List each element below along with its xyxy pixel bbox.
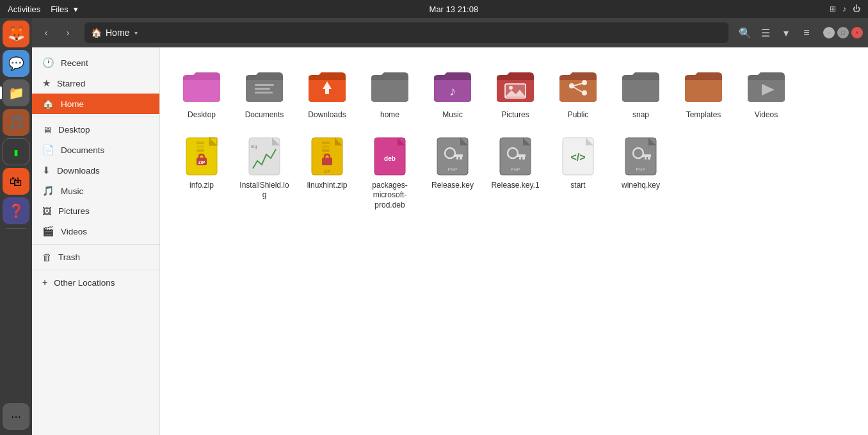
svg-rect-59 xyxy=(645,157,647,160)
location-dropdown-arrow[interactable]: ▾ xyxy=(134,29,138,37)
file-item-release-key-1[interactable]: PGP Release.key.1 xyxy=(486,131,544,216)
file-label-release-key: Release.key xyxy=(431,181,474,191)
file-item-linuxhint-zip[interactable]: ZIP linuxhint.zip xyxy=(298,131,356,216)
file-view: Desktop xyxy=(160,47,868,435)
desktop-folder-icon xyxy=(181,65,222,106)
file-label-templates: Templates xyxy=(686,110,721,120)
maximize-button[interactable]: □ xyxy=(837,27,849,38)
file-label-documents: Documents xyxy=(245,110,284,120)
svg-rect-41 xyxy=(460,157,462,160)
files-menu-arrow[interactable]: ▾ xyxy=(74,4,78,14)
file-label-release-key-1: Release.key.1 xyxy=(491,181,539,191)
system-bar-left: Activities Files ▾ xyxy=(8,4,78,14)
videos-folder-icon xyxy=(746,65,787,106)
sidebar-item-music[interactable]: 🎵 Music xyxy=(32,181,159,201)
downloads-icon: ⬇ xyxy=(42,165,51,176)
sidebar-item-desktop[interactable]: 🖥 Desktop xyxy=(32,120,159,140)
sidebar-item-trash[interactable]: 🗑 Trash xyxy=(32,247,159,267)
file-item-desktop[interactable]: Desktop xyxy=(173,60,230,126)
sidebar-item-other-locations[interactable]: + Other Locations xyxy=(32,273,159,292)
sidebar-item-downloads[interactable]: ⬇ Downloads xyxy=(32,160,159,181)
file-item-packages-deb[interactable]: deb packages-microsoft-prod.deb xyxy=(361,131,419,216)
location-bar[interactable]: 🏠 Home ▾ xyxy=(84,22,728,43)
svg-rect-40 xyxy=(454,154,463,157)
file-label-pictures: Pictures xyxy=(501,110,529,120)
file-item-release-key[interactable]: PGP Release.key xyxy=(424,131,481,216)
svg-rect-58 xyxy=(648,157,650,160)
file-item-info-zip[interactable]: ZIP info.zip xyxy=(173,131,230,216)
dock-item-messages[interactable]: 💬 xyxy=(3,50,29,77)
dock-item-files[interactable]: 📁 xyxy=(3,79,29,106)
svg-rect-48 xyxy=(522,157,525,160)
sidebar-label-videos: Videos xyxy=(61,227,87,236)
dock-item-music[interactable]: 🎵 xyxy=(3,109,29,136)
sidebar-item-pictures[interactable]: 🖼 Pictures xyxy=(32,201,159,221)
sidebar-item-videos[interactable]: 🎬 Videos xyxy=(32,221,159,242)
start-xml-icon: </> xyxy=(558,136,599,177)
home-icon: 🏠 xyxy=(91,28,102,38)
svg-rect-28 xyxy=(322,142,330,144)
file-item-winehq-key[interactable]: PGP winehq.key xyxy=(612,131,670,216)
file-item-public[interactable]: Public xyxy=(549,60,607,126)
svg-text:ZIP: ZIP xyxy=(198,160,205,165)
file-item-start-xml[interactable]: </> start xyxy=(549,131,607,216)
packages-deb-icon: deb xyxy=(369,136,410,177)
file-grid: Desktop xyxy=(173,60,855,215)
back-button[interactable]: ‹ xyxy=(37,24,55,42)
view-options-button[interactable]: ▾ xyxy=(777,24,795,42)
title-bar-actions: 🔍 ☰ ▾ ≡ xyxy=(736,24,816,42)
file-item-downloads[interactable]: Downloads xyxy=(298,60,356,126)
file-item-snap[interactable]: snap xyxy=(612,60,670,126)
svg-text:deb: deb xyxy=(384,155,396,162)
file-item-home[interactable]: home xyxy=(361,60,419,126)
sidebar-item-starred[interactable]: ★ Starred xyxy=(32,73,159,94)
pictures-icon: 🖼 xyxy=(42,206,52,217)
file-item-pictures[interactable]: Pictures xyxy=(486,60,544,126)
dock-item-firefox[interactable]: 🦊 xyxy=(3,21,29,47)
files-menu-label[interactable]: Files xyxy=(51,4,68,14)
dock-item-appstore[interactable]: 🛍 xyxy=(3,168,29,195)
svg-point-10 xyxy=(582,90,587,95)
minimize-button[interactable]: – xyxy=(823,27,835,38)
music-icon: 🎵 xyxy=(42,185,54,197)
power-icon: ⏻ xyxy=(853,4,860,13)
file-label-packages-deb: packages-microsoft-prod.deb xyxy=(364,181,416,211)
svg-rect-29 xyxy=(322,145,330,148)
sidebar-item-documents[interactable]: 📄 Documents xyxy=(32,140,159,160)
file-label-linuxhint-zip: linuxhint.zip xyxy=(307,181,348,191)
file-label-start: start xyxy=(570,181,585,191)
sidebar-label-home: Home xyxy=(61,99,84,109)
sidebar-item-home[interactable]: 🏠 Home xyxy=(32,94,159,114)
location-label: Home xyxy=(106,28,129,38)
sidebar-label-trash: Trash xyxy=(58,252,80,262)
file-item-videos[interactable]: Videos xyxy=(737,60,795,126)
svg-text:log: log xyxy=(251,144,257,149)
svg-rect-18 xyxy=(197,145,204,148)
network-icon: ⊞ xyxy=(830,4,836,13)
sidebar-item-recent[interactable]: 🕐 Recent xyxy=(32,53,159,73)
close-button[interactable]: × xyxy=(851,27,863,38)
sidebar-label-pictures: Pictures xyxy=(58,206,90,216)
file-item-templates[interactable]: Templates xyxy=(675,60,732,126)
file-label-videos: Videos xyxy=(755,110,778,120)
documents-folder-icon xyxy=(244,65,285,106)
svg-point-9 xyxy=(582,80,587,85)
dock-item-appgrid[interactable]: ⋯ xyxy=(3,403,29,430)
sidebar-divider-1 xyxy=(32,117,159,117)
svg-text:PGP: PGP xyxy=(511,167,520,172)
documents-icon: 📄 xyxy=(42,144,54,156)
menu-button[interactable]: ≡ xyxy=(798,24,816,42)
file-item-installshield-log[interactable]: log InstallShield.log xyxy=(236,131,293,216)
dock-item-help[interactable]: ❓ xyxy=(3,197,29,224)
file-label-installshield-log: InstallShield.log xyxy=(238,181,291,201)
search-button[interactable]: 🔍 xyxy=(736,24,754,42)
dock-item-terminal[interactable]: ▮ xyxy=(3,138,29,165)
file-item-documents[interactable]: Documents xyxy=(236,60,293,126)
list-view-button[interactable]: ☰ xyxy=(757,24,775,42)
sidebar-label-recent: Recent xyxy=(61,58,88,68)
pictures-folder-icon xyxy=(495,65,536,106)
activities-label[interactable]: Activities xyxy=(8,4,40,14)
svg-text:ZIP: ZIP xyxy=(324,169,331,174)
file-item-music[interactable]: ♪ Music xyxy=(424,60,481,126)
forward-button[interactable]: › xyxy=(59,24,77,42)
